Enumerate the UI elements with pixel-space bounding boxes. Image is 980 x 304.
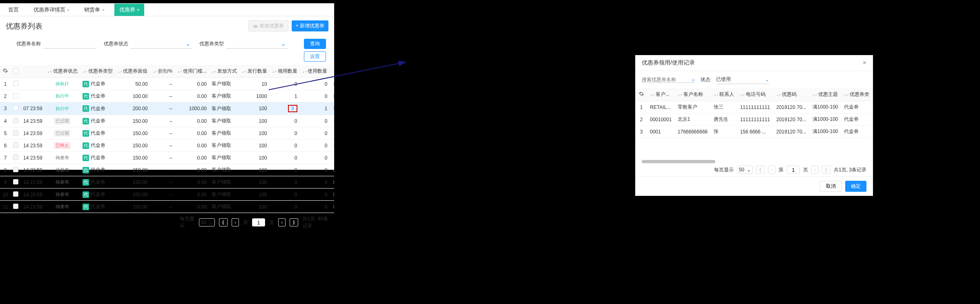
checkbox[interactable] <box>13 130 18 135</box>
row-checkbox[interactable] <box>11 90 21 102</box>
row-checkbox[interactable] <box>11 102 21 115</box>
checkbox[interactable] <box>13 191 18 197</box>
col-face[interactable]: ▲▼优惠券面值 <box>115 65 150 78</box>
checkbox[interactable] <box>13 105 18 111</box>
per-page-select[interactable]: 50⌄ <box>199 218 215 226</box>
row-topic: 满1000-100 <box>810 101 842 113</box>
table-row[interactable]: 3 0001 17666666666 张 156 6666 ... 201912… <box>635 126 873 138</box>
col-cust-no[interactable]: ▲▼客户... <box>647 88 675 101</box>
row-threshold: 0.00 <box>175 127 209 140</box>
add-coupon-button[interactable]: + 新增优惠券 <box>292 20 328 31</box>
status-select[interactable]: 已使用 ⌄ <box>716 75 769 84</box>
col-contact[interactable]: ▲▼联系人 <box>711 88 737 101</box>
table-row[interactable]: 4 14 23:59 已过期 代代金券 150.00 -- 0.00 客户领取 … <box>0 115 334 127</box>
first-page-button[interactable]: ⟪ <box>219 218 228 226</box>
table-row[interactable]: 8 14 23:59 待发布 代代金券 150.00 -- 0.00 客户领取 … <box>0 164 334 176</box>
first-page-button[interactable]: ⟪ <box>756 166 765 174</box>
checkbox[interactable] <box>13 81 18 86</box>
table-row[interactable]: 1 RETAIL... 零散客户 张三 11111111111 2019120 … <box>635 101 873 113</box>
col-type[interactable]: ▲▼优惠券类型 <box>80 65 115 78</box>
col-issue-qty[interactable]: ▲▼发行数量 <box>239 65 270 78</box>
page-input[interactable] <box>787 166 800 174</box>
table-row[interactable]: 2 00010001 北京1 唐先生 11111111111 2019120 7… <box>635 113 873 126</box>
modal-search[interactable]: ⌕ <box>642 76 695 83</box>
share-icon[interactable]: ⇱ <box>333 93 334 99</box>
close-icon[interactable]: × <box>102 7 104 12</box>
coupon-status-select[interactable]: ⌄ <box>131 39 192 49</box>
col-code[interactable]: ▲▼优惠码 <box>774 88 810 101</box>
receive-qty-link[interactable]: 3 <box>288 105 297 112</box>
coupon-name-input[interactable] <box>43 39 96 49</box>
table-row[interactable]: 7 14 23:59 待发布 代代金券 150.00 -- 0.00 客户领取 … <box>0 152 334 164</box>
close-icon[interactable]: × <box>863 59 866 67</box>
row-face: 150.00 <box>115 164 150 176</box>
horizontal-scrollbar[interactable] <box>642 160 715 163</box>
tab-home[interactable]: 首页 <box>3 4 24 16</box>
checkbox[interactable] <box>13 179 18 184</box>
table-row[interactable]: 10 14 23:59 待发布 代代金券 150.00 -- 0.00 客户领取… <box>0 189 334 201</box>
row-type: 代金券 <box>842 126 873 138</box>
table-row[interactable]: 6 14 23:59 已终止 代代金券 150.00 -- 0.00 客户领取 … <box>0 140 334 152</box>
col-threshold[interactable]: ▲▼使用门槛... <box>175 65 209 78</box>
row-checkbox[interactable] <box>11 78 21 90</box>
col-gear[interactable] <box>635 88 647 101</box>
usage-table: ▲▼客户... ▲▼客户名称 ▲▼联系人 ▲▼电话号码 ▲▼优惠码 ▲▼优惠主题… <box>635 88 873 138</box>
checkbox[interactable] <box>13 155 18 160</box>
tab-detail[interactable]: 优惠券详情页× <box>29 4 74 16</box>
close-icon[interactable]: × <box>137 7 139 12</box>
search-input[interactable] <box>642 77 683 82</box>
row-topic: 满1000-100 <box>810 113 842 126</box>
tab-coupon[interactable]: 优惠券× <box>114 4 144 16</box>
next-page-button[interactable]: › <box>811 166 819 174</box>
per-page-select[interactable]: 50⌄ <box>737 166 753 174</box>
row-checkbox[interactable] <box>11 152 21 164</box>
col-method[interactable]: ▲▼发放方式 <box>209 65 239 78</box>
row-status: 已过期 <box>45 115 80 127</box>
checkbox[interactable] <box>13 204 18 209</box>
row-checkbox[interactable] <box>11 115 21 127</box>
row-checkbox[interactable] <box>11 140 21 152</box>
row-time: 14 23:59 <box>21 115 45 127</box>
search-icon[interactable]: ⌕ <box>692 76 695 82</box>
checkbox[interactable] <box>13 68 18 73</box>
row-method: 客户领取 <box>209 201 239 213</box>
table-row[interactable]: 3 07 23:59 执行中 代代金券 200.00 -- 1000.00 客户… <box>0 102 334 115</box>
tab-sales[interactable]: 销货单× <box>79 4 109 16</box>
page-input[interactable] <box>252 218 265 226</box>
col-topic[interactable]: ▲▼优惠主题 <box>810 88 842 101</box>
col-checkbox[interactable] <box>11 65 21 78</box>
table-row[interactable]: 11 14 23:59 待发布 代代金券 150.00 -- 0.00 客户领取… <box>0 201 334 213</box>
checkbox[interactable] <box>13 142 18 148</box>
coupon-type-select[interactable]: ⌄ <box>226 39 288 49</box>
close-icon[interactable]: × <box>67 7 69 12</box>
checkbox[interactable] <box>13 118 18 123</box>
col-cust-name[interactable]: ▲▼客户名称 <box>675 88 712 101</box>
share-icon[interactable]: ⇱ <box>333 106 334 111</box>
row-checkbox[interactable] <box>11 189 21 201</box>
cancel-button[interactable]: 取消 <box>820 181 842 192</box>
col-gear[interactable] <box>0 65 11 78</box>
type-badge-icon: 代 <box>83 81 89 87</box>
next-page-button[interactable]: › <box>278 218 286 226</box>
checkbox[interactable] <box>13 167 18 172</box>
table-row[interactable]: 5 14 23:59 已过期 代代金券 150.00 -- 0.00 客户领取 … <box>0 127 334 140</box>
confirm-button[interactable]: 确定 <box>845 181 866 192</box>
row-checkbox[interactable] <box>11 164 21 176</box>
last-page-button[interactable]: ⟫ <box>822 166 830 174</box>
prev-page-button[interactable]: ‹ <box>232 218 239 226</box>
col-discount[interactable]: ▲▼折扣% <box>150 65 175 78</box>
col-type[interactable]: ▲▼优惠券类 <box>842 88 873 101</box>
last-page-button[interactable]: ⟫ <box>290 218 298 226</box>
prev-page-button[interactable]: ‹ <box>768 166 775 174</box>
search-button[interactable]: 查询 <box>304 39 326 49</box>
row-checkbox[interactable] <box>11 176 21 189</box>
row-index: 10 <box>0 189 11 201</box>
checkbox[interactable] <box>13 93 18 98</box>
issue-coupon-button[interactable]: 🎟发放优惠券 <box>248 20 288 31</box>
col-phone[interactable]: ▲▼电话号码 <box>738 88 774 101</box>
col-label: 使用门槛... <box>183 68 207 74</box>
row-checkbox[interactable] <box>11 127 21 140</box>
col-status[interactable]: ▲▼优惠券状态 <box>45 65 80 78</box>
row-checkbox[interactable] <box>11 201 21 213</box>
table-row[interactable]: 9 14 23:59 待发布 代代金券 150.00 -- 0.00 客户领取 … <box>0 176 334 189</box>
